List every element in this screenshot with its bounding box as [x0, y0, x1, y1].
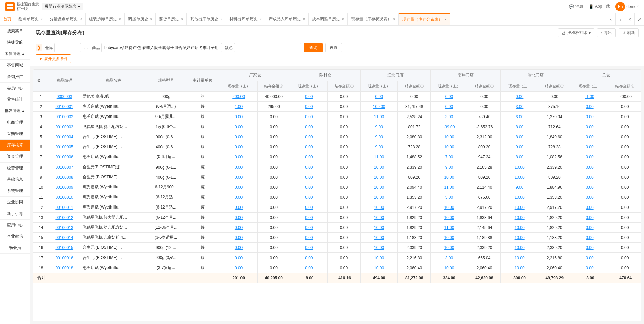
- tab-close-icon[interactable]: ×: [260, 17, 262, 21]
- sidebar-item-inventory[interactable]: 库存核算: [0, 140, 30, 151]
- sidebar-item-retailstat[interactable]: 零售统计: [0, 94, 30, 105]
- sidebar-item-marketing[interactable]: 营销推广: [0, 71, 30, 83]
- tab-home[interactable]: 首页: [0, 13, 15, 25]
- tab-close-icon[interactable]: ×: [342, 17, 344, 21]
- sidebar-item-wholesale[interactable]: 批发管理 ▲: [0, 105, 30, 117]
- row-jb-qty: 109.00: [360, 102, 398, 112]
- tab-close-icon[interactable]: ×: [80, 17, 82, 21]
- row-yb-qty: 6.00: [501, 112, 538, 122]
- user-profile[interactable]: Ea demo2: [615, 2, 639, 11]
- sidebar-item-ecommerce[interactable]: 电商管理: [0, 117, 30, 128]
- row-name: 惠氏启赋 (Wyeth illu...: [80, 182, 147, 192]
- th-settings[interactable]: ⚙: [33, 70, 49, 92]
- settings-gear-icon[interactable]: ⚙: [35, 77, 42, 84]
- row-t-amt: 0.00: [608, 213, 641, 223]
- tab-close-icon[interactable]: ×: [181, 17, 183, 21]
- sidebar-item-basic[interactable]: 基础信息: [0, 174, 30, 185]
- tab-prev-btn[interactable]: ‹: [606, 13, 616, 26]
- tab-close-icon[interactable]: ×: [444, 18, 446, 21]
- message-btn[interactable]: 💬 消息: [569, 4, 583, 9]
- row-na-amt: 947.24: [468, 152, 501, 162]
- tab-diaopbo[interactable]: 调拨单历史 ×: [125, 13, 156, 25]
- sidebar-item-finance[interactable]: 资金管理: [0, 151, 30, 163]
- sidebar-item-changhui[interactable]: 畅会员: [0, 242, 30, 254]
- tab-close-icon[interactable]: ×: [41, 17, 43, 21]
- sidebar-item-member[interactable]: 会员中心: [0, 83, 30, 94]
- sidebar-item-system[interactable]: 系统管理: [0, 185, 30, 197]
- row-unit: 罐: [185, 253, 220, 263]
- goods-input[interactable]: [101, 43, 222, 52]
- settings-btn[interactable]: 设置: [325, 43, 342, 52]
- tab-close-icon[interactable]: ×: [119, 17, 121, 21]
- row-jb-qty: 9.00: [360, 142, 398, 152]
- filter-expand-arrow[interactable]: ❯: [36, 44, 42, 51]
- row-code: 00100005: [49, 142, 80, 152]
- row-na-qty: 10.00: [431, 202, 468, 213]
- row-name: 飞鹤星飞帆 婴儿配方奶...: [80, 122, 147, 132]
- query-btn[interactable]: 查询: [304, 43, 323, 52]
- row-jb-amt: 1,829.20: [398, 213, 431, 223]
- tab-yaohuo[interactable]: 要货单历史 ×: [156, 13, 187, 25]
- row-na-amt: 2,114.40: [468, 182, 501, 192]
- tab-liaoliaochuku[interactable]: 材料出库单历史 ×: [226, 13, 265, 25]
- app-download-btn[interactable]: 📱 App下载: [589, 4, 610, 9]
- sidebar-item-guide[interactable]: 新手引导: [0, 208, 30, 220]
- color-input[interactable]: [234, 43, 301, 52]
- row-f-amt: 0.00: [257, 132, 290, 142]
- tab-close-icon[interactable]: ×: [220, 17, 222, 21]
- industry-selector[interactable]: 母婴行业演示陈套 ▾: [42, 3, 83, 10]
- sidebar-item-weixin[interactable]: 企业微信: [0, 231, 30, 242]
- expand-icon: ▼: [39, 57, 43, 61]
- sidebar-item-appcenter[interactable]: 应用中心: [0, 220, 30, 231]
- sidebar-item-search[interactable]: 搜索英单: [0, 26, 30, 37]
- tab-xiancun-fenbuke[interactable]: 现存量（库存分布表） ×: [399, 13, 450, 25]
- row-t-amt: 0.00: [608, 172, 641, 182]
- expand-more-btn[interactable]: ▼ 展开更多条件: [36, 54, 71, 63]
- tab-close-icon[interactable]: ×: [303, 17, 305, 21]
- table-row: 1700100016合生元 (BIOSTIME) ...900g (3岁...罐…: [33, 253, 641, 263]
- tab-close-icon[interactable]: ×: [150, 17, 152, 21]
- sidebar-item-quicknav[interactable]: 快捷导航: [0, 37, 30, 48]
- export-btn[interactable]: ↑ 导出: [597, 28, 616, 37]
- th-c-amt: 结存金额ⓘ: [328, 81, 361, 92]
- print-btn[interactable]: 🖨 按模板打印 ▾: [558, 28, 594, 37]
- th-c-qty: 现存量（主）: [290, 81, 328, 92]
- tab-fenpandian[interactable]: 分量盘点单历史 ×: [46, 13, 86, 25]
- row-jb-amt: 31,797.48: [398, 102, 431, 112]
- sidebar-item-retailshop[interactable]: 零售商城: [0, 60, 30, 71]
- warehouse-input[interactable]: [54, 43, 81, 52]
- row-na-amt: 2,105.28: [468, 162, 501, 172]
- tab-pandian[interactable]: 盘点单历史 ×: [15, 13, 46, 25]
- tab-next-btn[interactable]: ›: [616, 13, 625, 26]
- sidebar-item-operations[interactable]: 经营管理: [0, 163, 30, 174]
- row-na-amt: 2,060.40: [468, 263, 501, 273]
- row-jb-amt: 1,183.20: [398, 233, 431, 243]
- row-code: 00100018: [49, 263, 80, 273]
- row-f-amt: 0.00: [257, 202, 290, 213]
- tab-chenben[interactable]: 成本调整单历史 ×: [309, 13, 348, 25]
- row-spec: 6-12月900...: [147, 182, 185, 192]
- row-f-amt: 0.00: [257, 162, 290, 172]
- row-jb-qty: 10.00: [360, 223, 398, 233]
- sidebar-item-purchase[interactable]: 采购管理: [0, 128, 30, 140]
- tab-close-all-btn[interactable]: ×: [625, 13, 635, 26]
- tab-qitachuku[interactable]: 其他出库单历史 ×: [187, 13, 226, 25]
- row-f-qty: 0.00: [220, 192, 258, 202]
- row-yb-amt: 2,339.20: [538, 162, 571, 172]
- table-row: 1300100012飞鹤星飞帆 较大婴儿配...(6-12个月...罐0.000…: [33, 213, 641, 223]
- tab-chanchengru[interactable]: 产成品入库单历史 ×: [265, 13, 309, 25]
- row-num: 12: [33, 202, 49, 213]
- tab-xiancun-kucun[interactable]: 现存量（库存状况表） ×: [348, 13, 399, 25]
- warehouse-dots[interactable]: …: [83, 45, 89, 50]
- tab-expand-btn[interactable]: ⤢: [635, 13, 644, 26]
- refresh-btn[interactable]: ↺ 刷新: [619, 28, 639, 37]
- sidebar-item-collab[interactable]: 企业协同: [0, 197, 30, 208]
- tab-close-icon[interactable]: ×: [393, 17, 395, 21]
- row-spec: 900g (0-6...: [147, 132, 185, 142]
- row-t-amt: 0.00: [608, 142, 641, 152]
- tab-zuzhangchai[interactable]: 组装拆卸单历史 ×: [86, 13, 125, 25]
- row-t-amt: 0.00: [608, 202, 641, 213]
- row-yb-qty: 9.00: [501, 142, 538, 152]
- sidebar-item-retail[interactable]: 零售管理 ▲: [0, 48, 30, 60]
- table-wrapper[interactable]: ⚙ 商品编码 商品名称 规格型号 主计量单位 厂家仓 陈村仓 江北门店 南岸门店…: [33, 69, 641, 321]
